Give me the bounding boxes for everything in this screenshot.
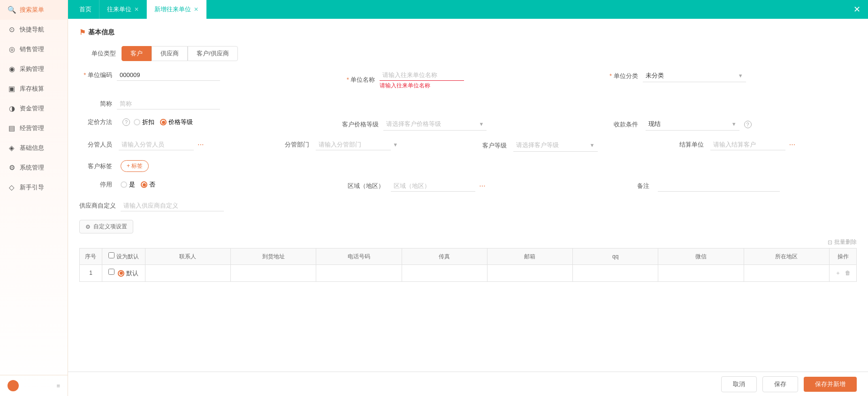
row-phone — [316, 265, 402, 282]
form-row-tag: 客户标签 + 标签 — [79, 160, 857, 172]
customer-price-level-select[interactable]: 请选择客户价格等级 ▼ — [383, 118, 487, 131]
pricing-label: 定价方法 — [79, 118, 117, 126]
tab-new-contact-close[interactable]: ✕ — [194, 6, 198, 13]
payment-condition-help-icon[interactable]: ? — [744, 121, 752, 128]
disabled-radio-group: 是 否 — [121, 180, 155, 189]
table-header-row: 序号 设为默认 联系人 到货地址 电话号码 传真 邮箱 qq 微信 所在地区 操… — [80, 248, 857, 265]
sidebar-label-inventory: 库存核算 — [20, 85, 44, 93]
row-wechat-input[interactable] — [663, 270, 739, 276]
sidebar-item-sales[interactable]: ◎ 销售管理 — [0, 39, 68, 59]
pricing-help-icon[interactable]: ? — [122, 118, 130, 126]
radio-yes[interactable]: 是 — [121, 180, 135, 189]
row-address-input[interactable] — [236, 270, 311, 276]
row-default-radio[interactable]: 默认 — [118, 269, 138, 278]
sidebar-item-guide[interactable]: ◇ 新手引导 — [0, 178, 68, 197]
tab-contacts-close[interactable]: ✕ — [134, 6, 139, 13]
radio-price-level[interactable]: 价格等级 — [160, 118, 193, 126]
row-delete-btn[interactable]: 🗑 — [845, 270, 851, 276]
tabbar-close-all[interactable]: ✕ — [850, 4, 864, 15]
flag-icon: ⚑ — [79, 28, 85, 37]
row-address — [230, 265, 316, 282]
unit-code-label: 单位编码 — [79, 71, 117, 79]
save-button[interactable]: 保存 — [762, 376, 798, 392]
form-row-supplier-custom: 供应商自定义 — [79, 200, 857, 211]
select-all-checkbox[interactable] — [108, 252, 114, 258]
sidebar-item-quicknav[interactable]: ⊙ 快捷导航 — [0, 20, 68, 39]
customer-tag-label: 客户标签 — [79, 162, 117, 171]
payment-condition-label: 收款条件 — [605, 120, 643, 129]
row-wechat — [658, 265, 744, 282]
row-actions: ＋ 🗑 — [830, 265, 857, 282]
manager-input[interactable] — [119, 139, 194, 150]
remark-label: 备注 — [617, 182, 654, 190]
region-more-btn[interactable]: ··· — [477, 182, 487, 190]
radio-no[interactable]: 否 — [141, 180, 155, 189]
form-row-disabled: 停用 是 否 区域（地区） ··· — [79, 180, 857, 192]
sidebar-item-finance[interactable]: ◑ 资金管理 — [0, 99, 68, 118]
save-new-button[interactable]: 保存并新增 — [804, 377, 857, 392]
sidebar-item-base-info[interactable]: ◈ 基础信息 — [0, 138, 68, 158]
field-disabled: 停用 是 否 — [79, 180, 320, 189]
row-qq — [573, 265, 658, 282]
field-customer-level: 客户等级 请选择客户等级 ▼ — [474, 139, 660, 152]
payment-condition-select[interactable]: 现结 ▼ — [646, 118, 739, 131]
tab-new-contact[interactable]: 新增往来单位 ✕ — [147, 0, 206, 19]
unit-type-btn-supplier[interactable]: 供应商 — [152, 46, 188, 61]
bag-icon: ◉ — [8, 65, 16, 73]
sidebar-item-inventory[interactable]: ▣ 库存核算 — [0, 79, 68, 99]
footer: 取消 保存 保存并新增 — [68, 372, 868, 396]
settlement-unit-label: 结算单位 — [671, 140, 708, 149]
unit-code-input[interactable] — [117, 70, 220, 81]
row-add-btn[interactable]: ＋ — [835, 270, 841, 276]
radio-discount[interactable]: 折扣 — [134, 118, 154, 126]
tab-contacts[interactable]: 往来单位 ✕ — [99, 0, 147, 19]
short-name-input[interactable] — [117, 98, 220, 109]
add-tag-button[interactable]: + 标签 — [121, 160, 149, 172]
department-input[interactable] — [316, 139, 391, 150]
form-area: ⚑ 基本信息 单位类型 客户 供应商 客户/供应商 单位编码 单位名称 请输入往… — [68, 19, 868, 372]
sidebar-label-search: 搜索菜单 — [20, 6, 44, 14]
row-checkbox[interactable] — [108, 269, 114, 275]
department-label: 分管部门 — [276, 140, 314, 149]
tabbar: 首页 往来单位 ✕ 新增往来单位 ✕ ✕ — [68, 0, 868, 19]
row-qq-input[interactable] — [578, 270, 653, 276]
batch-delete-icon: ⊡ — [828, 239, 832, 246]
field-manager: 分管人员 ··· — [79, 139, 265, 150]
row-phone-input[interactable] — [321, 270, 396, 276]
custom-settings-button[interactable]: ⚙ 自定义项设置 — [79, 220, 133, 233]
customer-level-select[interactable]: 请选择客户等级 ▼ — [513, 139, 598, 152]
unit-type-btn-customer[interactable]: 客户 — [122, 46, 152, 61]
supplier-custom-input[interactable] — [121, 200, 224, 211]
payment-condition-value: 现结 — [648, 120, 730, 128]
row-contact-input[interactable] — [150, 270, 226, 276]
row-email-input[interactable] — [492, 270, 568, 276]
sidebar-item-system[interactable]: ⚙ 系统管理 — [0, 158, 68, 178]
region-input[interactable] — [391, 180, 475, 192]
sidebar-item-management[interactable]: ▤ 经营管理 — [0, 118, 68, 138]
col-fax: 传真 — [402, 248, 487, 265]
customer-level-chevron: ▼ — [590, 142, 595, 148]
settlement-unit-input[interactable] — [710, 139, 785, 150]
sidebar-label-sales: 销售管理 — [20, 45, 44, 54]
remark-input[interactable] — [658, 180, 780, 192]
field-payment-condition: 收款条件 现结 ▼ ? — [605, 118, 857, 131]
settlement-unit-more-btn[interactable]: ··· — [787, 140, 797, 149]
cancel-button[interactable]: 取消 — [721, 376, 757, 392]
row-fax-input[interactable] — [407, 270, 482, 276]
sidebar-item-search[interactable]: 🔍 搜索菜单 — [0, 0, 68, 20]
unit-name-input[interactable] — [380, 70, 464, 81]
unit-type-btn-both[interactable]: 客户/供应商 — [188, 46, 238, 61]
tab-home[interactable]: 首页 — [72, 0, 99, 19]
table-section: ⊡ 批量删除 序号 设为默认 联系人 到货地址 电话号码 传真 邮箱 qq 微信 — [79, 238, 857, 282]
region-label: 区域（地区） — [348, 182, 389, 190]
batch-delete-row: ⊡ 批量删除 — [79, 238, 857, 246]
tab-home-label: 首页 — [79, 5, 91, 14]
row-default-label: 默认 — [126, 269, 138, 278]
manager-more-btn[interactable]: ··· — [196, 140, 206, 149]
radio-price-level-label: 价格等级 — [168, 118, 193, 126]
row-region-input[interactable] — [749, 270, 824, 276]
form-row-1: 单位编码 单位名称 请输入往来单位名称 单位分类 未分类 ▼ — [79, 70, 857, 90]
sidebar-item-purchase[interactable]: ◉ 采购管理 — [0, 59, 68, 79]
unit-category-select[interactable]: 未分类 ▼ — [643, 70, 746, 82]
table-row: 1 默认 — [80, 265, 857, 282]
